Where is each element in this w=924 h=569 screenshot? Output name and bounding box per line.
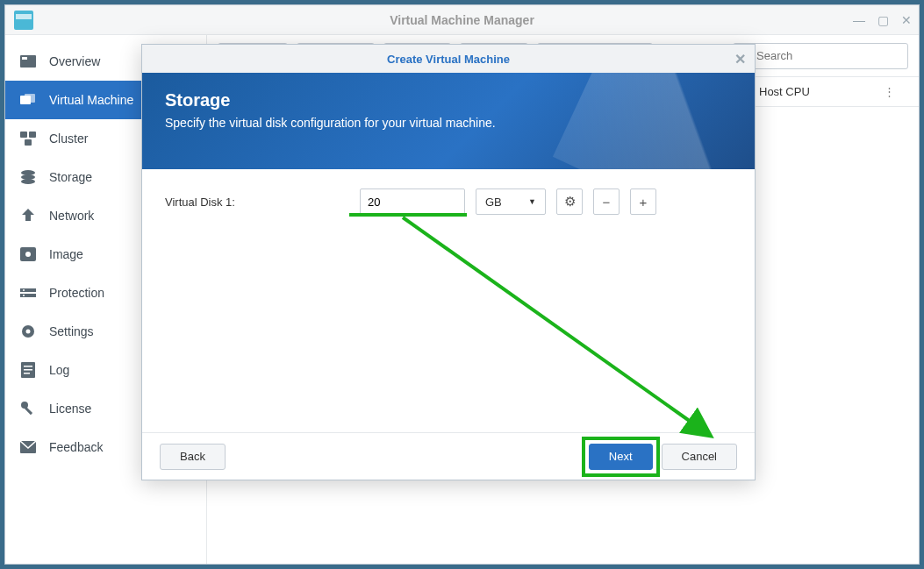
column-host-cpu[interactable]: Host CPU	[759, 85, 873, 98]
minus-icon: −	[603, 195, 611, 210]
log-icon	[19, 362, 37, 378]
disk-settings-button[interactable]: ⚙	[556, 188, 583, 215]
vm-icon	[19, 94, 37, 106]
hero-subtitle: Specify the virtual disk configuration f…	[165, 116, 732, 130]
disk-unit-select[interactable]: GB ▼	[476, 188, 546, 215]
svg-rect-21	[24, 373, 30, 374]
gear-icon	[19, 324, 37, 339]
svg-point-17	[26, 330, 31, 334]
minimize-icon[interactable]: —	[853, 13, 865, 27]
svg-point-11	[25, 252, 31, 257]
virtual-disk-label: Virtual Disk 1:	[165, 196, 349, 209]
next-button[interactable]: Next	[589, 444, 653, 470]
window-title: Virtual Machine Manager	[5, 13, 919, 27]
sidebar-item-label: Log	[49, 363, 69, 377]
storage-icon	[19, 170, 37, 184]
sidebar-item-label: Protection	[49, 286, 104, 300]
modal-body: Virtual Disk 1: GB ▼ ⚙ − +	[142, 169, 755, 432]
svg-rect-3	[25, 94, 35, 103]
svg-rect-12	[20, 288, 36, 292]
svg-rect-5	[29, 132, 36, 138]
svg-point-9	[21, 179, 35, 184]
modal-title: Create Virtual Machine	[387, 53, 510, 66]
hero-title: Storage	[165, 90, 732, 110]
overview-icon	[19, 55, 37, 68]
key-icon	[19, 401, 37, 416]
gear-icon: ⚙	[564, 194, 576, 210]
network-icon	[19, 209, 37, 223]
svg-rect-20	[24, 369, 32, 371]
virtual-disk-size-input[interactable]	[360, 188, 465, 215]
chevron-down-icon: ▼	[528, 197, 536, 206]
column-options-icon[interactable]: ⋮	[882, 85, 896, 98]
sidebar-item-label: Storage	[49, 170, 92, 184]
svg-point-15	[23, 295, 25, 296]
remove-disk-button[interactable]: −	[593, 188, 620, 215]
svg-rect-13	[20, 294, 36, 297]
svg-line-25	[403, 217, 706, 432]
svg-rect-23	[25, 407, 32, 415]
annotation-underline	[349, 213, 467, 217]
close-icon[interactable]: ✕	[734, 51, 746, 68]
modal-footer: Back Next Cancel	[142, 432, 755, 480]
sidebar-item-label: License	[49, 402, 91, 416]
close-icon[interactable]: ✕	[901, 13, 912, 27]
search-field[interactable]: ⌕	[733, 43, 908, 69]
cluster-icon	[19, 132, 37, 146]
mail-icon	[19, 441, 37, 453]
sidebar-item-label: Network	[49, 209, 94, 223]
back-button[interactable]: Back	[160, 444, 226, 470]
sidebar-item-label: Overview	[49, 54, 100, 68]
svg-point-22	[21, 402, 28, 409]
sidebar-item-label: Virtual Machine	[49, 93, 133, 107]
svg-rect-19	[24, 366, 32, 367]
svg-rect-1	[22, 57, 27, 60]
sidebar-item-label: Feedback	[49, 440, 103, 454]
search-input[interactable]	[755, 48, 906, 63]
add-disk-button[interactable]: +	[630, 188, 656, 215]
svg-point-14	[23, 289, 25, 291]
sidebar-item-label: Cluster	[49, 132, 88, 146]
svg-rect-4	[20, 132, 27, 138]
unit-value: GB	[485, 196, 502, 209]
create-vm-modal: Create Virtual Machine ✕ Storage Specify…	[141, 44, 756, 480]
svg-rect-6	[25, 139, 32, 146]
cancel-button[interactable]: Cancel	[662, 444, 737, 470]
plus-icon: +	[640, 195, 648, 210]
maximize-icon[interactable]: ▢	[877, 13, 889, 27]
app-window: Virtual Machine Manager — ▢ ✕ Overview V…	[4, 4, 920, 565]
modal-hero: Storage Specify the virtual disk configu…	[142, 73, 755, 169]
modal-title-bar: Create Virtual Machine ✕	[142, 45, 755, 73]
protection-icon	[19, 286, 37, 300]
sidebar-item-label: Settings	[49, 324, 94, 338]
title-bar: Virtual Machine Manager — ▢ ✕	[5, 5, 919, 35]
sidebar-item-label: Image	[49, 247, 83, 261]
image-icon	[19, 247, 37, 261]
